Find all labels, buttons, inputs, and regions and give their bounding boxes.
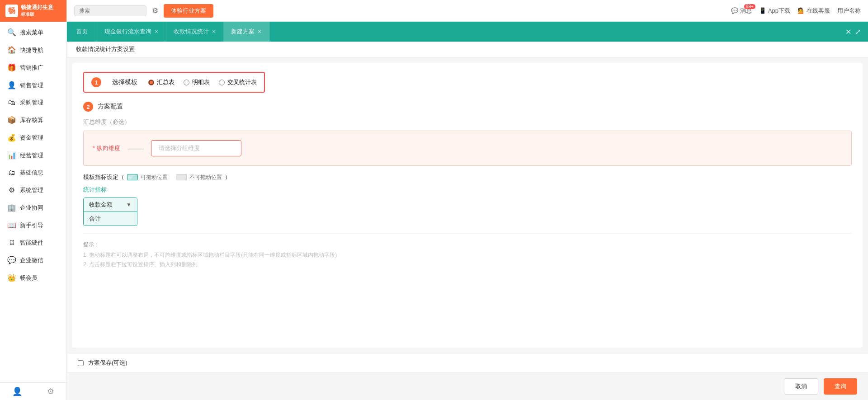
legend-fixed-box [176, 174, 187, 180]
sidebar-icon-basic-info: 🗂 [7, 169, 16, 177]
sidebar-item-system[interactable]: ⚙系统管理 [0, 181, 66, 199]
sidebar-label-sales: 销售管理 [20, 81, 43, 89]
indicator-header-label: 收款金额 [89, 201, 113, 209]
save-checkbox[interactable] [78, 360, 84, 366]
main-content: ⚙ 体验行业方案 💬 99+ 消息 📱 App下载 💁 在线客服 用户名称 [67, 0, 868, 400]
logo-icon: 畅 [5, 5, 18, 17]
dimension-area: * 纵向维度 —— 请选择分组维度 [83, 131, 852, 166]
tab-payment-stats[interactable]: 收款情况统计 ✕ [166, 22, 224, 42]
radio-detail[interactable]: 明细表 [184, 78, 210, 86]
sidebar-item-finance[interactable]: 💰资金管理 [0, 129, 66, 146]
app-icon: 📱 [759, 7, 766, 14]
step2-title: 方案配置 [98, 103, 123, 111]
search-input[interactable] [74, 5, 146, 16]
tips-item-1: 1. 拖动标题栏可以调整布局，不可跨维度或指标区域拖动栏目字段(只能在同一维度或… [83, 251, 852, 259]
sidebar-item-basic-info[interactable]: 🗂基础信息 [0, 164, 66, 181]
indicator-settings: 模板指标设定（ 可拖动位置 不可拖动位置 ） 统计指标 收款金额 ▼ [83, 173, 852, 226]
sidebar-label-purchase: 采购管理 [20, 99, 43, 107]
dimension-arrow: —— [127, 144, 144, 153]
template-select-area: 1 选择模板 汇总表 明细表 [83, 72, 265, 93]
sidebar-item-hardware[interactable]: 🖥智能硬件 [0, 234, 66, 251]
dimension-placeholder: 请选择分组维度 [159, 145, 200, 151]
industry-btn[interactable]: 体验行业方案 [164, 4, 213, 18]
gear-icon[interactable]: ⚙ [152, 6, 158, 15]
radio-cross-input[interactable] [219, 80, 225, 85]
sidebar-icon-operation: 📊 [7, 151, 16, 160]
page-content: 收款情况统计方案设置 1 选择模板 汇总表 [67, 42, 868, 400]
tab-new-plan-label: 新建方案 [231, 28, 255, 36]
radio-detail-input[interactable] [184, 80, 189, 85]
indicator-header[interactable]: 收款金额 ▼ [84, 198, 137, 212]
tips-title: 提示： [83, 241, 852, 249]
app-label: App下载 [768, 7, 790, 15]
sidebar-item-member[interactable]: 👑畅会员 [0, 269, 66, 287]
breadcrumb-text: 收款情况统计方案设置 [76, 46, 135, 52]
sidebar-item-search-menu[interactable]: 🔍搜索菜单 [0, 24, 66, 41]
tab-payment-stats-close[interactable]: ✕ [212, 28, 216, 35]
radio-summary[interactable]: 汇总表 [148, 78, 175, 86]
sidebar: 畅 畅捷通好生意 标准版 🔍搜索菜单🏠快捷导航🎁营销推广👤销售管理🛍采购管理📦库… [0, 0, 67, 400]
sidebar-item-enterprise[interactable]: 🏢企业协同 [0, 199, 66, 216]
save-label[interactable]: 方案保存(可选) [88, 359, 127, 367]
tips-item-2: 2. 点击标题栏下拉可设置排序、插入列和删除列 [83, 261, 852, 268]
step1-header: 1 选择模板 汇总表 明细表 [83, 72, 852, 93]
step1-title: 选择模板 [112, 78, 137, 86]
sidebar-label-marketing: 营销推广 [20, 64, 43, 72]
radio-summary-label: 汇总表 [157, 78, 175, 86]
query-button[interactable]: 查询 [824, 378, 857, 395]
notification-btn[interactable]: 💬 99+ 消息 [731, 7, 752, 15]
radio-cross-label: 交叉统计表 [227, 78, 257, 86]
legend-draggable-box [127, 174, 138, 180]
sidebar-icon-purchase: 🛍 [7, 99, 16, 107]
tab-bank-flow[interactable]: 现金银行流水查询 ✕ [97, 22, 166, 42]
sidebar-item-operation[interactable]: 📊经营管理 [0, 146, 66, 164]
tab-bar: 首页 现金银行流水查询 ✕ 收款情况统计 ✕ 新建方案 ✕ ✕ ⤢ [67, 22, 868, 42]
user-menu[interactable]: 用户名称 [837, 7, 861, 15]
dimension-input[interactable]: 请选择分组维度 [151, 140, 241, 156]
radio-cross[interactable]: 交叉统计表 [219, 78, 257, 86]
template-radio-group: 汇总表 明细表 交叉统计表 [148, 78, 257, 86]
sidebar-icon-quick-nav: 🏠 [7, 46, 16, 54]
cancel-button[interactable]: 取消 [784, 378, 818, 395]
sidebar-icon-finance: 💰 [7, 133, 16, 142]
radio-summary-input[interactable] [148, 80, 154, 85]
sidebar-item-wechat[interactable]: 💬企业微信 [0, 251, 66, 269]
online-service-btn[interactable]: 💁 在线客服 [797, 7, 830, 15]
sidebar-item-sales[interactable]: 👤销售管理 [0, 76, 66, 94]
sidebar-item-guide[interactable]: 📖新手引导 [0, 216, 66, 234]
sidebar-icon-member: 👑 [7, 273, 16, 282]
app-download-btn[interactable]: 📱 App下载 [759, 7, 790, 15]
tab-close-window-icon[interactable]: ✕ [845, 28, 851, 36]
tab-new-plan-close[interactable]: ✕ [257, 28, 262, 35]
indicator-dropdown-arrow[interactable]: ▼ [126, 202, 132, 208]
sidebar-item-marketing[interactable]: 🎁营销推广 [0, 59, 66, 76]
sidebar-logo: 畅 畅捷通好生意 标准版 [0, 0, 66, 22]
footer-btns: 取消 查询 [67, 372, 868, 400]
dimension-row: * 纵向维度 —— 请选择分组维度 [93, 140, 842, 156]
indicator-config-prefix: 模板指标设定（ [83, 173, 124, 181]
sidebar-bottom-settings[interactable]: ⚙ [47, 386, 54, 396]
tab-bar-right: ✕ ⤢ [838, 28, 868, 36]
vertical-dimension-label: * 纵向维度 [93, 144, 120, 152]
radio-detail-label: 明细表 [192, 78, 210, 86]
sidebar-label-inventory: 库存核算 [20, 116, 43, 124]
sidebar-label-operation: 经营管理 [20, 151, 43, 160]
tab-bank-flow-close[interactable]: ✕ [154, 28, 159, 35]
sidebar-icon-system: ⚙ [7, 186, 16, 194]
tab-home[interactable]: 首页 [67, 22, 97, 42]
sidebar-item-quick-nav[interactable]: 🏠快捷导航 [0, 41, 66, 59]
sidebar-bottom-user[interactable]: 👤 [12, 386, 22, 396]
sidebar-label-finance: 资金管理 [20, 134, 43, 142]
notification-icon: 💬 [731, 7, 738, 14]
form-container: 1 选择模板 汇总表 明细表 [72, 63, 863, 348]
notification-badge: 99+ [744, 4, 755, 9]
sidebar-icon-hardware: 🖥 [7, 239, 16, 247]
tab-maximize-icon[interactable]: ⤢ [855, 28, 861, 36]
sidebar-item-inventory[interactable]: 📦库存核算 [0, 111, 66, 129]
tips-section: 提示： 1. 拖动标题栏可以调整布局，不可跨维度或指标区域拖动栏目字段(只能在同… [83, 233, 852, 268]
username: 用户名称 [837, 7, 861, 15]
page-breadcrumb: 收款情况统计方案设置 [67, 42, 868, 57]
indicator-table: 收款金额 ▼ 合计 [83, 198, 137, 226]
tab-new-plan[interactable]: 新建方案 ✕ [224, 22, 269, 42]
sidebar-item-purchase[interactable]: 🛍采购管理 [0, 94, 66, 111]
